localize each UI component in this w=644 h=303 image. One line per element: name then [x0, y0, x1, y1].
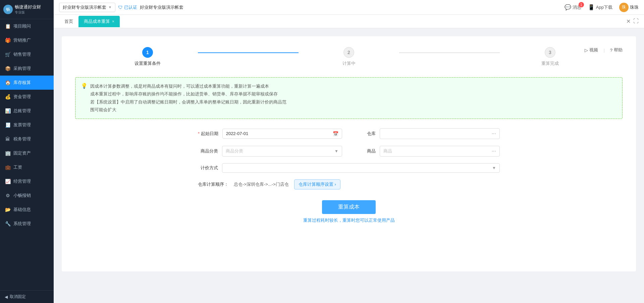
tab-home[interactable]: 首页: [59, 16, 78, 27]
category-input[interactable]: 商品分类 ▼: [222, 146, 342, 157]
step-3-label: 重算完成: [541, 60, 559, 67]
category-label: 商品分类: [198, 148, 218, 154]
start-date-field: 起始日期 2022-07-01 📅: [198, 129, 342, 139]
topbar: 好业财专业版演示帐套 ▼ 🛡 已认证 好业财专业版演示帐套 💬 消息 1 📱 A…: [54, 0, 644, 15]
page-content: 1 设置重算条件 2 计算中 3 重算完成: [54, 28, 644, 303]
goods-input[interactable]: 商品 ···: [380, 146, 500, 157]
sidebar-unpin-button[interactable]: ◀ 取消固定: [0, 290, 54, 303]
sidebar-item-system[interactable]: 🔧 系统管理: [0, 217, 54, 231]
recalculate-button[interactable]: 重算成本: [322, 200, 376, 214]
step-1-circle: 1: [142, 47, 153, 58]
warehouse-more-icon: ···: [492, 131, 496, 137]
system-icon: 🔧: [5, 221, 11, 227]
finance-icon: 💰: [5, 94, 11, 100]
step-3-circle: 3: [545, 47, 555, 58]
tax-icon: 🏛: [5, 136, 11, 142]
sidebar: 畅 畅捷通好业财 专业版 📋 项目顾问 🎁 营销推广 🛒 销售管理 📦 采购管理…: [0, 0, 54, 303]
close-window-icon[interactable]: ✕: [626, 18, 631, 25]
accounting-icon: 📊: [5, 108, 11, 114]
messages-button[interactable]: 💬 消息 1: [565, 4, 581, 10]
tabs-bar: 首页 商品成本重算 × ✕ ⛶: [54, 15, 644, 28]
sidebar-item-invoice[interactable]: 🧾 发票管理: [0, 118, 54, 132]
user-profile[interactable]: 珠 珠珠: [619, 3, 639, 12]
account-name: 好业财专业版演示帐套: [140, 4, 183, 10]
action-divider: |: [603, 48, 604, 53]
inventory-icon: 🏠: [5, 80, 11, 86]
warehouse-field: 仓库 ···: [356, 128, 500, 139]
payroll-icon: 💼: [5, 164, 11, 170]
sidebar-item-sales[interactable]: 🛒 销售管理: [0, 47, 54, 61]
start-date-input[interactable]: 2022-07-01 📅: [222, 129, 342, 139]
recalculate-section: 重算成本 重算过程耗时较长，重算时您可以正常使用产品: [75, 200, 623, 223]
app-download-button[interactable]: 📱 App下载: [588, 4, 612, 10]
sidebar-item-operations[interactable]: 📈 经营管理: [0, 174, 54, 188]
warehouse-btn-chevron: ›: [335, 182, 336, 187]
verified-badge: 🛡 已认证: [118, 4, 137, 10]
step-line-1: [198, 52, 299, 53]
topbar-left: 好业财专业版演示帐套 ▼ 🛡 已认证 好业财专业版演示帐套: [59, 3, 183, 12]
expense-icon: ⚙: [5, 192, 11, 199]
marketing-icon: 🎁: [5, 37, 11, 43]
calendar-icon: 📅: [333, 131, 338, 136]
video-button[interactable]: ▷ 视频: [585, 47, 598, 53]
step-2-label: 计算中: [342, 60, 356, 67]
shield-icon: 🛡: [118, 5, 123, 10]
warehouse-order-settings-button[interactable]: 仓库计算顺序设置 ›: [294, 179, 340, 189]
purchase-icon: 📦: [5, 66, 11, 72]
assets-icon: 🏢: [5, 150, 11, 156]
sidebar-item-project[interactable]: 📋 项目顾问: [0, 19, 54, 33]
sales-icon: 🛒: [5, 51, 11, 57]
goods-label: 商品: [356, 148, 376, 154]
notice-content: 因成本计算参数调整，或是对商品成本有疑问时，可以通过成本重算功能，重新计算一遍成…: [90, 82, 286, 114]
form-row-3: 计价方式 ▼: [198, 163, 500, 173]
warehouse-label: 仓库: [356, 131, 376, 137]
sidebar-item-purchase[interactable]: 📦 采购管理: [0, 61, 54, 76]
pricing-field: 计价方式 ▼: [198, 163, 500, 173]
sidebar-item-tax[interactable]: 🏛 税务管理: [0, 132, 54, 146]
expand-window-icon[interactable]: ⛶: [633, 18, 639, 25]
step-1: 1 设置重算条件: [97, 47, 198, 67]
warehouse-order-row: 仓库计算顺序： 总仓->深圳仓库->...->门店仓 仓库计算顺序设置 ›: [198, 179, 500, 189]
step-line-2: [399, 52, 500, 53]
sidebar-item-expense[interactable]: ⚙ 小畅报销: [0, 188, 54, 203]
account-selector[interactable]: 好业财专业版演示帐套 ▼: [59, 3, 115, 12]
tab-recalculate[interactable]: 商品成本重算 ×: [78, 16, 120, 27]
stepper: 1 设置重算条件 2 计算中 3 重算完成: [75, 47, 623, 67]
sidebar-item-basic[interactable]: 📂 基础信息: [0, 203, 54, 217]
stepper-actions: ▷ 视频 | ? 帮助: [585, 47, 623, 53]
category-chevron-icon: ▼: [334, 149, 338, 154]
logo-icon: 畅: [3, 5, 13, 14]
notice-icon: 💡: [81, 83, 88, 114]
tab-close-icon[interactable]: ×: [112, 19, 114, 24]
recalculate-hint: 重算过程耗时较长，重算时您可以正常使用产品: [303, 217, 395, 223]
step-1-label: 设置重算条件: [135, 60, 161, 67]
warehouse-input[interactable]: ···: [380, 128, 500, 139]
logo-text: 畅捷通好业财 专业版: [15, 4, 41, 15]
sidebar-item-accounting[interactable]: 📊 总账管理: [0, 104, 54, 118]
warehouse-order-label: 仓库计算顺序：: [198, 181, 228, 187]
operations-icon: 📈: [5, 178, 11, 184]
invoice-icon: 🧾: [5, 122, 11, 128]
step-2: 2 计算中: [299, 47, 399, 67]
sidebar-item-finance[interactable]: 💰 资金管理: [0, 90, 54, 104]
unpin-icon: ◀: [5, 295, 8, 299]
notice-box: 💡 因成本计算参数调整，或是对商品成本有疑问时，可以通过成本重算功能，重新计算一…: [75, 77, 623, 119]
help-button[interactable]: ? 帮助: [610, 47, 623, 53]
pricing-chevron-icon: ▼: [492, 166, 496, 170]
sidebar-item-inventory[interactable]: 🏠 库存核算: [0, 76, 54, 90]
main-wrapper: 好业财专业版演示帐套 ▼ 🛡 已认证 好业财专业版演示帐套 💬 消息 1 📱 A…: [54, 0, 644, 303]
topbar-right: 💬 消息 1 📱 App下载 珠 珠珠: [565, 3, 639, 12]
form-row-1: 起始日期 2022-07-01 📅 仓库 ···: [198, 128, 500, 139]
goods-field: 商品 商品 ···: [356, 146, 500, 157]
sidebar-item-marketing[interactable]: 🎁 营销推广: [0, 33, 54, 47]
project-icon: 📋: [5, 23, 11, 29]
warehouse-order-value: 总仓->深圳仓库->...->门店仓: [234, 181, 289, 187]
phone-icon: 📱: [588, 4, 595, 10]
message-badge: 1: [579, 2, 584, 7]
video-icon: ▷: [585, 48, 588, 53]
pricing-input[interactable]: ▼: [222, 163, 500, 173]
content-card: 1 设置重算条件 2 计算中 3 重算完成: [62, 36, 636, 271]
sidebar-item-payroll[interactable]: 💼 工资: [0, 160, 54, 174]
avatar: 珠: [619, 3, 629, 12]
sidebar-item-assets[interactable]: 🏢 固定资产: [0, 146, 54, 160]
